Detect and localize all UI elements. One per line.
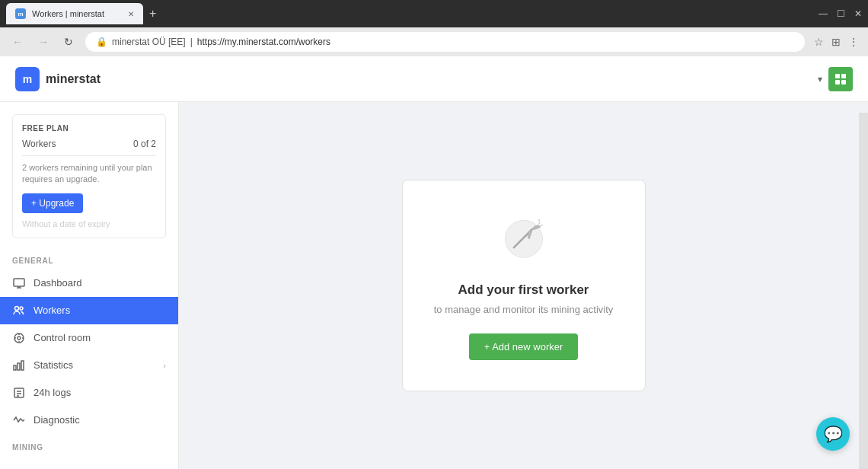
back-button[interactable]: ←	[9, 34, 26, 49]
plan-workers-row: Workers 0 of 2	[22, 139, 156, 149]
browser-chrome: m Workers | minerstat ✕ + — ☐ ✕	[0, 0, 868, 27]
statistics-chevron: ›	[163, 361, 166, 370]
sidebar: FREE PLAN Workers 0 of 2 2 workers remai…	[0, 102, 179, 469]
org-text: minerstat OÜ [EE]	[112, 37, 186, 47]
plan-title: FREE PLAN	[22, 124, 156, 132]
reload-button[interactable]: ↻	[61, 34, 76, 49]
main-content: FREE PLAN Workers 0 of 2 2 workers remai…	[0, 102, 868, 469]
svg-rect-3	[841, 80, 846, 85]
dashboard-label: Dashboard	[34, 277, 82, 289]
logo-icon: m	[15, 67, 40, 91]
url-text: https://my.minerstat.com/workers	[197, 37, 330, 47]
svg-rect-0	[835, 74, 840, 78]
general-section-label: GENERAL	[0, 250, 178, 270]
svg-rect-2	[835, 80, 840, 85]
svg-point-7	[15, 306, 19, 310]
logs-icon	[12, 387, 26, 399]
header-right: ▾	[818, 67, 853, 91]
diagnostic-icon	[12, 414, 26, 426]
svg-point-8	[20, 307, 23, 310]
empty-state-title: Add your first worker	[458, 282, 589, 298]
svg-rect-11	[14, 365, 16, 370]
mining-icon-wrap	[497, 211, 550, 267]
svg-rect-12	[18, 363, 20, 370]
statistics-label: Statistics	[34, 359, 73, 371]
control-icon	[12, 332, 26, 344]
separator: |	[190, 37, 193, 47]
workers-value: 0 of 2	[133, 139, 156, 149]
app-header: m minerstat ▾	[0, 56, 868, 102]
workers-icon	[12, 305, 26, 317]
content-area: Add your first worker to manage and moni…	[179, 102, 868, 469]
plan-note: 2 workers remaining until your plan requ…	[22, 162, 156, 186]
address-actions: ☆ ⊞ ⋮	[814, 36, 859, 48]
empty-state-subtitle: to manage and monitor its mining activit…	[434, 304, 614, 315]
extensions-icon[interactable]: ⊞	[831, 36, 841, 48]
tab-title: Workers | minerstat	[32, 9, 122, 18]
sidebar-item-statistics[interactable]: Statistics ›	[0, 352, 178, 379]
mining-section-label: MINING	[0, 437, 178, 456]
logo-text: minerstat	[46, 72, 101, 86]
header-dropdown[interactable]: ▾	[818, 74, 822, 85]
svg-line-21	[540, 225, 542, 225]
sidebar-item-24h-logs[interactable]: 24h logs	[0, 379, 178, 407]
sidebar-item-diagnostic[interactable]: Diagnostic	[0, 407, 178, 434]
svg-rect-4	[14, 279, 24, 286]
menu-icon[interactable]: ⋮	[848, 36, 859, 48]
header-action-button[interactable]	[828, 67, 853, 91]
add-worker-button[interactable]: + Add new worker	[469, 333, 579, 360]
logo-area: m minerstat	[15, 67, 101, 91]
sidebar-item-control-room[interactable]: Control room	[0, 324, 178, 352]
svg-point-9	[18, 337, 21, 340]
plan-card: FREE PLAN Workers 0 of 2 2 workers remai…	[12, 114, 166, 238]
plan-divider	[22, 155, 156, 156]
logs-label: 24h logs	[34, 387, 71, 398]
new-tab-button[interactable]: +	[149, 7, 156, 21]
maximize-button[interactable]: ☐	[837, 8, 845, 19]
window-controls: — ☐ ✕	[819, 8, 862, 19]
app-wrapper: m minerstat ▾ FREE PLAN Workers	[0, 56, 868, 469]
mining-pickaxe-icon	[497, 211, 550, 264]
forward-button[interactable]: →	[35, 34, 52, 49]
tab-favicon: m	[15, 8, 26, 19]
svg-rect-13	[21, 361, 24, 370]
url-bar[interactable]: 🔒 minerstat OÜ [EE] | https://my.minerst…	[85, 32, 805, 52]
upgrade-button[interactable]: + Upgrade	[22, 193, 83, 213]
minimize-button[interactable]: —	[819, 8, 828, 19]
browser-tab[interactable]: m Workers | minerstat ✕	[6, 3, 143, 24]
bookmark-icon[interactable]: ☆	[814, 36, 824, 48]
empty-state-card: Add your first worker to manage and moni…	[402, 180, 646, 391]
address-bar: ← → ↻ 🔒 minerstat OÜ [EE] | https://my.m…	[0, 27, 868, 56]
expiry-text: Without a date of expiry	[22, 219, 156, 228]
svg-line-20	[538, 223, 540, 225]
sidebar-item-dashboard[interactable]: Dashboard	[0, 270, 178, 297]
scrollbar[interactable]	[859, 113, 868, 469]
workers-label: Workers	[22, 139, 56, 149]
workers-label: Workers	[34, 305, 70, 316]
chat-bubble-button[interactable]: 💬	[816, 417, 850, 451]
svg-rect-1	[841, 74, 846, 78]
close-window-button[interactable]: ✕	[854, 8, 862, 19]
control-room-label: Control room	[34, 332, 91, 343]
monitor-icon	[12, 277, 26, 289]
tab-close-button[interactable]: ✕	[128, 10, 134, 18]
statistics-icon	[12, 359, 26, 372]
diagnostic-label: Diagnostic	[34, 414, 80, 426]
lock-icon: 🔒	[96, 37, 107, 47]
sidebar-item-workers[interactable]: Workers	[0, 297, 178, 324]
